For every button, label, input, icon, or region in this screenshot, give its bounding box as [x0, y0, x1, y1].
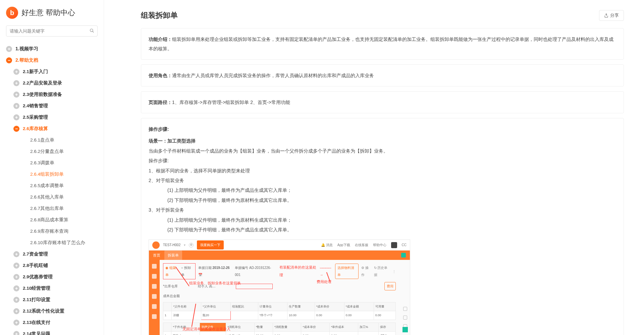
- avatar-icon: [391, 242, 397, 248]
- nav-2-10[interactable]: +2.10经营管理: [13, 283, 98, 294]
- intro-text: 组装拆卸单用来处理企业组装或拆卸等加工业务，支持有固定装配清单的产品加工业务，也…: [149, 37, 613, 51]
- nav-2-7[interactable]: +2.7资金管理: [13, 248, 98, 260]
- nav-2-8[interactable]: +2.8手机旺铺: [13, 260, 98, 271]
- path-label: 页面路径：: [149, 100, 172, 105]
- op3a: (1) 上部明细为父件明细，最终作为原材料生成其它出库单；: [149, 215, 616, 225]
- scene-desc: 当由多个子件材料组装成一个成品的业务为【组装】业务，当由一个父件拆分成多个子产品…: [149, 146, 616, 156]
- bell-icon: 🔔 消息: [321, 241, 333, 248]
- logo-row: b 好生意 帮助中心: [6, 7, 98, 19]
- minus-icon: −: [13, 126, 19, 132]
- role-label: 使用角色：: [149, 73, 172, 78]
- embed-topbar: TEST-H002 ▾ ⚙ 我要购买一下 🔔 消息 App下载 在线客服 帮助中…: [149, 240, 410, 250]
- scene-label: 场景一：加工类型选择: [149, 136, 616, 146]
- op2a: (1) 上部明细为父件明细，最终作为产成品生成其它入库单；: [149, 185, 616, 195]
- plus-icon: +: [13, 308, 19, 314]
- svg-point-0: [90, 29, 93, 32]
- embed-parent-table: *父件名称*父件单位组装配比计量单位生产数量*成本单价*成本金额可用量 1冰糖瓶…: [163, 302, 396, 320]
- svg-line-1: [93, 31, 94, 33]
- embedded-screenshot: TEST-H002 ▾ ⚙ 我要购买一下 🔔 消息 App下载 在线客服 帮助中…: [149, 239, 410, 335]
- nav-2-13[interactable]: +2.13在线支付: [13, 317, 98, 328]
- share-button[interactable]: 分享: [599, 10, 624, 21]
- nav-2-1[interactable]: +2.1新手入门: [13, 66, 98, 77]
- steps-label: 操作步骤:: [149, 124, 616, 134]
- gear-icon: ⚙: [189, 243, 194, 247]
- nav-2-9[interactable]: +2.9优惠券管理: [13, 271, 98, 283]
- embed-logo-icon: [152, 241, 160, 249]
- app-logo-icon: b: [6, 7, 18, 19]
- sidebar: b 好生意 帮助中心 + 1.视频学习 − 2.帮助文档 +2.1新手入门 +2…: [0, 0, 104, 335]
- search-icon[interactable]: [90, 28, 94, 34]
- share-icon: [604, 13, 608, 18]
- nav-2-4[interactable]: +2.4销售管理: [13, 100, 98, 112]
- embed-tabs: 首页 拆装单: [149, 250, 410, 260]
- plus-icon: +: [13, 114, 19, 120]
- tool-icon: [403, 316, 407, 320]
- nav-2-12[interactable]: +2.12系统个性化设置: [13, 305, 98, 317]
- nav-2-6-2[interactable]: 2.6.2分量盘点单: [13, 146, 98, 157]
- nav-2-2[interactable]: +2.2产品安装及登录: [13, 77, 98, 89]
- plus-icon: +: [13, 285, 19, 291]
- plus-icon: +: [13, 331, 19, 335]
- arrow-right-icon: ————→: [320, 264, 332, 278]
- op3b: (2) 下部明细为子件明细，最终作为产成品生成其它入库单。: [149, 225, 616, 235]
- app-title: 好生意 帮助中心: [21, 8, 75, 18]
- nav-2-14[interactable]: +2.14常见问题: [13, 328, 98, 335]
- plus-icon: +: [13, 274, 19, 280]
- plus-icon: +: [13, 80, 19, 86]
- close-icon: [401, 253, 406, 258]
- minus-icon: −: [6, 57, 12, 63]
- nav-2-6-1[interactable]: 2.6.1盘点单: [13, 134, 98, 146]
- search-box: [6, 25, 98, 37]
- embed-fee-input: [236, 284, 273, 289]
- page-header: 组装拆卸单 分享: [141, 10, 624, 21]
- ops-label: 操作步骤:: [149, 156, 616, 166]
- tool-icon: [403, 307, 407, 311]
- nav-2-11[interactable]: +2.11打印设置: [13, 294, 98, 305]
- op1: 1、根据不同的业务，选择不同单据的类型来处理: [149, 166, 616, 176]
- nav-2-5[interactable]: +2.5采购管理: [13, 112, 98, 123]
- nav-2-6-7[interactable]: 2.6.7其他出库单: [13, 203, 98, 214]
- page-title: 组装拆卸单: [141, 10, 178, 20]
- expand-icon: [402, 327, 408, 332]
- intro-label: 功能介绍：: [149, 37, 172, 42]
- search-input[interactable]: [6, 25, 98, 37]
- plus-icon: +: [13, 297, 19, 303]
- nav-2-6[interactable]: −2.6库存核算: [13, 123, 98, 134]
- nav-2-6-6[interactable]: 2.6.6其他入库单: [13, 191, 98, 203]
- plus-icon: +: [13, 92, 19, 98]
- nav-2-3[interactable]: +2.3使用前数据准备: [13, 89, 98, 100]
- plus-icon: +: [13, 69, 19, 75]
- nav-2-6-9[interactable]: 2.6.9库存账本查询: [13, 226, 98, 237]
- embed-annotation-mid: 组装业务、拆卸业务在这里切换: [189, 279, 241, 287]
- plus-icon: +: [6, 46, 12, 52]
- path-card: 页面路径：1、库存核算->库存管理->组装拆卸单 2、首页->常用功能: [141, 91, 624, 113]
- main-content: 组装拆卸单 分享 功能介绍：组装拆卸单用来处理企业组装或拆卸等加工业务，支持有固…: [104, 0, 644, 335]
- intro-card: 功能介绍：组装拆卸单用来处理企业组装或拆卸等加工业务，支持有固定装配清单的产品加…: [141, 28, 624, 60]
- role-card: 使用角色：通常由生产人员或库管人员完成拆装业务的操作，库管人员确认原材料的出库和…: [141, 64, 624, 87]
- role-text: 通常由生产人员或库管人员完成拆装业务的操作，库管人员确认原材料的出库和产成品的入…: [172, 73, 374, 78]
- op3: 3、对于拆装业务: [149, 205, 616, 215]
- nav-2-6-5[interactable]: 2.6.5成本调整单: [13, 180, 98, 191]
- nav-2-6-4[interactable]: 2.6.4组装拆卸单: [13, 169, 98, 180]
- op2: 2、对于组装业务: [149, 176, 616, 185]
- embed-right-icons: [403, 307, 407, 328]
- embed-trial-button: 我要购买一下: [197, 240, 224, 249]
- op2b: (2) 下部明细为子件明细，最终作为原材料生成其它出库单。: [149, 196, 616, 205]
- plus-icon: +: [13, 251, 19, 257]
- nav-2-6-3[interactable]: 2.6.3调拨单: [13, 157, 98, 169]
- embed-annotation-bottom: 无固定清单的直接在这里录入: [182, 325, 230, 333]
- plus-icon: +: [13, 263, 19, 269]
- steps-card: 操作步骤: 场景一：加工类型选择 当由多个子件材料组装成一个成品的业务为【组装】…: [141, 118, 624, 335]
- nav-video-learning[interactable]: + 1.视频学习: [6, 43, 98, 55]
- plus-icon: +: [13, 320, 19, 326]
- nav-help-docs[interactable]: − 2.帮助文档: [6, 55, 98, 66]
- nav-2-6-10[interactable]: 2.6.10库存账本错了怎么办: [13, 237, 98, 248]
- nav-2-6-8[interactable]: 2.6.8商品成本重算: [13, 214, 98, 226]
- plus-icon: +: [13, 103, 19, 109]
- embed-annotation-right: 有装配清单的在这里处理: [279, 264, 317, 279]
- path-text: 1、库存核算->库存管理->组装拆卸单 2、首页->常用功能: [172, 100, 290, 105]
